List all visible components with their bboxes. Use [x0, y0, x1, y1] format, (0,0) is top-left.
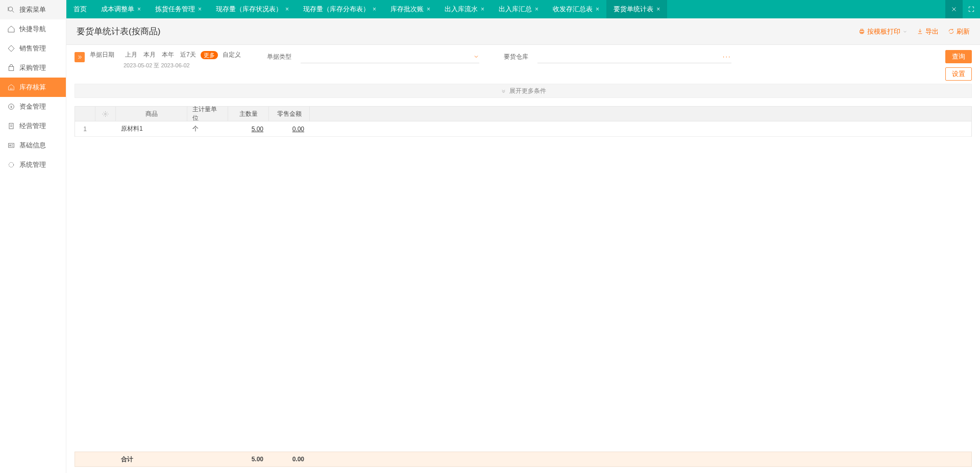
page-title: 要货单统计表(按商品) — [77, 26, 859, 37]
chevron-down-icon — [473, 54, 479, 60]
date-opt-lastmonth[interactable]: 上月 — [124, 50, 139, 60]
tab-batch-ledger[interactable]: 库存批次账× — [383, 0, 437, 18]
row-index: 1 — [75, 121, 95, 136]
col-product[interactable]: 商品 — [116, 107, 187, 121]
close-icon[interactable]: × — [198, 6, 202, 13]
sidebar-item-sales[interactable]: 销售管理 — [0, 39, 66, 58]
close-icon[interactable]: × — [285, 6, 289, 13]
warehouse-input[interactable]: ··· — [537, 50, 731, 63]
tab-label: 现存量（库存状况表） — [216, 5, 282, 14]
page-header: 要货单统计表(按商品) 按模板打印 导出 刷新 — [66, 18, 980, 45]
tab-label: 成本调整单 — [101, 5, 134, 14]
accordion-label: 展开更多条件 — [509, 87, 546, 95]
close-icon[interactable]: × — [656, 6, 660, 13]
query-button[interactable]: 查询 — [945, 50, 972, 63]
doc-type-select[interactable] — [301, 50, 479, 63]
fullscreen-button[interactable] — [963, 0, 980, 18]
tab-picking[interactable]: 拣货任务管理× — [148, 0, 209, 18]
filter-warehouse: 要货仓库 ··· — [504, 50, 731, 69]
tab-label: 收发存汇总表 — [553, 5, 593, 14]
close-icon[interactable]: × — [137, 6, 141, 13]
col-settings[interactable] — [95, 107, 116, 121]
close-all-tabs-button[interactable] — [945, 0, 963, 18]
chevron-down-icon — [501, 88, 506, 94]
sidebar-item-funds[interactable]: ¥ 资金管理 — [0, 97, 66, 116]
sidebar-item-label: 库存核算 — [19, 83, 46, 92]
date-range-text: 2023-05-02 至 2023-06-02 — [90, 62, 242, 69]
action-label: 导出 — [925, 27, 939, 36]
col-unit[interactable]: 主计量单位 — [187, 107, 228, 121]
cell-qty[interactable]: 5.00 — [228, 121, 269, 136]
col-qty[interactable]: 主数量 — [228, 107, 269, 121]
cell-unit: 个 — [187, 121, 228, 136]
svg-rect-3 — [9, 66, 13, 70]
sidebar-item-quicknav[interactable]: 快捷导航 — [0, 19, 66, 39]
tab-home[interactable]: 首页 — [66, 0, 94, 18]
id-icon — [7, 141, 15, 150]
tab-label: 要货单统计表 — [614, 5, 653, 14]
tab-io-summary[interactable]: 出入库汇总× — [492, 0, 546, 18]
print-template-button[interactable]: 按模板打印 — [859, 27, 908, 36]
col-index — [75, 107, 95, 121]
filter-label: 单据类型 — [267, 53, 296, 61]
sidebar-item-basicinfo[interactable]: 基础信息 — [0, 136, 66, 155]
print-icon — [859, 28, 865, 35]
sidebar-item-label: 资金管理 — [19, 102, 46, 111]
tab-label: 出入库流水 — [445, 5, 478, 14]
house-icon — [7, 83, 15, 91]
cell-product: 原材料1 — [116, 121, 187, 136]
tab-io-flow[interactable]: 出入库流水× — [437, 0, 492, 18]
sidebar-item-business[interactable]: 经营管理 — [0, 116, 66, 136]
svg-rect-19 — [861, 29, 863, 31]
sidebar-item-search[interactable]: 搜索菜单 — [0, 0, 66, 19]
filter-label: 要货仓库 — [504, 53, 532, 61]
export-button[interactable]: 导出 — [917, 27, 939, 36]
export-icon — [917, 28, 923, 35]
filter-bar: 单据日期 上月 本月 本年 近7天 更多 自定义 2023-05-02 至 20… — [66, 45, 980, 81]
date-opt-custom[interactable]: 自定义 — [221, 50, 242, 60]
close-icon[interactable]: × — [535, 6, 538, 13]
tag-icon — [7, 44, 15, 53]
svg-rect-18 — [860, 31, 864, 33]
svg-point-15 — [9, 162, 13, 167]
sidebar-item-label: 搜索菜单 — [19, 5, 46, 14]
shop-icon — [7, 64, 15, 72]
tab-goods-request[interactable]: 要货单统计表× — [606, 0, 667, 18]
date-opt-thisyear[interactable]: 本年 — [160, 50, 176, 60]
cell-amount[interactable]: 0.00 — [269, 121, 310, 136]
table-footer: 合计 5.00 0.00 — [75, 452, 972, 467]
table-row[interactable]: 1 原材料1 个 5.00 0.00 — [75, 121, 971, 137]
close-icon[interactable]: × — [373, 6, 376, 13]
settings-button[interactable]: 设置 — [945, 67, 972, 81]
sidebar-item-label: 基础信息 — [19, 141, 46, 150]
col-amount[interactable]: 零售金额 — [269, 107, 310, 121]
sidebar-item-label: 采购管理 — [19, 63, 46, 72]
tab-label: 出入库汇总 — [499, 5, 532, 14]
tab-label: 现存量（库存分布表） — [303, 5, 370, 14]
tab-receive-issue[interactable]: 收发存汇总表× — [546, 0, 606, 18]
action-label: 刷新 — [957, 27, 970, 36]
date-opt-last7[interactable]: 近7天 — [179, 50, 198, 60]
sidebar-item-purchase[interactable]: 采购管理 — [0, 58, 66, 78]
tab-label: 拣货任务管理 — [155, 5, 195, 14]
date-opt-thismonth[interactable]: 本月 — [142, 50, 157, 60]
collapse-filter-button[interactable] — [75, 52, 85, 62]
svg-line-1 — [12, 11, 14, 12]
tab-stock-status[interactable]: 现存量（库存状况表）× — [209, 0, 296, 18]
sidebar-item-inventory[interactable]: 库存核算 — [0, 78, 66, 97]
expand-conditions-button[interactable]: 展开更多条件 — [75, 84, 972, 98]
tab-stock-dist[interactable]: 现存量（库存分布表）× — [296, 0, 383, 18]
gear-icon — [7, 161, 15, 169]
close-icon[interactable]: × — [481, 6, 484, 13]
refresh-icon — [948, 28, 954, 35]
date-opt-more[interactable]: 更多 — [201, 51, 218, 59]
action-label: 按模板打印 — [867, 27, 900, 36]
lookup-icon[interactable]: ··· — [723, 53, 731, 60]
chevron-down-icon — [902, 29, 908, 34]
tab-cost-adjust[interactable]: 成本调整单× — [94, 0, 148, 18]
close-icon[interactable]: × — [427, 6, 430, 13]
refresh-button[interactable]: 刷新 — [948, 27, 970, 36]
close-icon[interactable]: × — [596, 6, 599, 13]
sidebar-item-system[interactable]: 系统管理 — [0, 155, 66, 175]
tab-label: 首页 — [74, 5, 87, 14]
